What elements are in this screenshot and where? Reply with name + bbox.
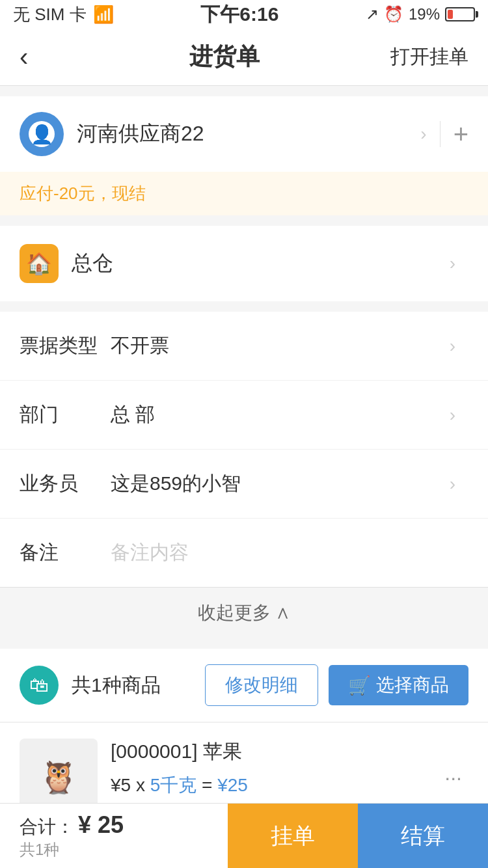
collapse-row[interactable]: 收起更多 ∧	[0, 587, 488, 638]
select-product-button[interactable]: 🛒 选择商品	[329, 665, 468, 705]
status-time: 下午6:16	[200, 1, 278, 28]
salesman-row[interactable]: 业务员 这是859的小智 ›	[0, 450, 488, 519]
hang-button[interactable]: 挂单	[228, 804, 358, 868]
quantity-highlight: 5千克	[150, 775, 197, 795]
products-header: 🛍 共1种商品 修改明细 🛒 选择商品	[0, 649, 488, 722]
warehouse-section: 🏠 总仓 ›	[0, 226, 488, 301]
status-left: 无 SIM 卡 📶	[13, 3, 114, 26]
product-image-placeholder: 🦉	[39, 759, 78, 796]
products-count: 共1种商品	[72, 672, 205, 699]
location-icon: ↗	[366, 5, 379, 23]
warehouse-icon: 🏠	[26, 251, 52, 276]
chevron-right-icon: ›	[450, 474, 455, 495]
product-title: 苹果	[203, 740, 242, 762]
equals-sign: =	[202, 775, 217, 795]
total-count: 共1种	[20, 839, 208, 860]
battery-percent: 19%	[409, 5, 440, 23]
supplier-section: 👤 河南供应商22 › + 应付-20元，现结	[0, 96, 488, 215]
chevron-right-icon: ›	[450, 336, 455, 357]
warehouse-label: 总仓	[72, 249, 450, 278]
ticket-type-row[interactable]: 票据类型 不开票 ›	[0, 312, 488, 381]
remark-label: 备注	[20, 539, 111, 566]
warehouse-row[interactable]: 🏠 总仓 ›	[0, 226, 488, 301]
collapse-label: 收起更多 ∧	[198, 603, 291, 623]
status-right: ↗ ⏰ 19%	[366, 5, 475, 23]
chevron-right-icon: ›	[450, 253, 455, 274]
remark-row[interactable]: 备注 备注内容	[0, 519, 488, 587]
nav-bar: ‹ 进货单 打开挂单	[0, 29, 488, 86]
bottom-bar: 合计： ¥ 25 共1种 挂单 结算	[0, 803, 488, 868]
product-more-button[interactable]: ···	[438, 759, 468, 796]
open-pending-button[interactable]: 打开挂单	[390, 44, 468, 70]
salesman-value: 这是859的小智	[111, 470, 450, 497]
product-info: [0000001] 苹果 ¥5 x 5千克 = ¥25	[111, 739, 438, 798]
notice-text: 应付-20元，现结	[20, 183, 146, 203]
ticket-type-value: 不开票	[111, 332, 450, 359]
chevron-right-icon: ›	[450, 405, 455, 426]
battery-icon	[445, 7, 475, 21]
notice-bar: 应付-20元，现结	[0, 172, 488, 215]
product-code: [0000001]	[111, 740, 203, 762]
salesman-label: 业务员	[20, 470, 111, 497]
supplier-name: 河南供应商22	[77, 120, 420, 148]
price-separator: x	[136, 775, 150, 795]
status-bar: 无 SIM 卡 📶 下午6:16 ↗ ⏰ 19%	[0, 0, 488, 29]
dept-row[interactable]: 部门 总 部 ›	[0, 381, 488, 450]
remark-input[interactable]: 备注内容	[111, 539, 468, 566]
checkout-button[interactable]: 结算	[358, 804, 488, 868]
modify-detail-button[interactable]: 修改明细	[205, 664, 318, 706]
dept-value: 总 部	[111, 401, 450, 428]
alarm-icon: ⏰	[384, 5, 403, 23]
add-icon[interactable]: +	[454, 120, 468, 149]
supplier-row[interactable]: 👤 河南供应商22 › +	[0, 96, 488, 172]
chevron-right-icon: ›	[420, 124, 426, 144]
total-amount: ¥ 25	[78, 811, 124, 839]
warehouse-icon-wrap: 🏠	[20, 244, 59, 283]
person-icon: 👤	[31, 124, 53, 145]
vertical-divider	[440, 121, 441, 147]
product-name: [0000001] 苹果	[111, 739, 438, 765]
carrier-text: 无 SIM 卡	[13, 3, 87, 26]
price-unit: ¥5	[111, 775, 131, 795]
select-btn-label: 选择商品	[376, 673, 449, 698]
avatar: 👤	[20, 112, 64, 156]
product-price: ¥5 x 5千克 = ¥25	[111, 773, 438, 798]
back-button[interactable]: ‹	[20, 42, 59, 72]
total-highlight: ¥25	[217, 775, 248, 795]
products-icon-wrap: 🛍	[20, 666, 59, 705]
cart-icon: 🛒	[348, 675, 371, 696]
bag-icon: 🛍	[29, 674, 49, 696]
form-section: 票据类型 不开票 › 部门 总 部 › 业务员 这是859的小智 › 备注 备注…	[0, 312, 488, 587]
wifi-icon: 📶	[93, 5, 114, 25]
total-label: 合计：	[20, 815, 74, 839]
page-title: 进货单	[189, 41, 260, 73]
total-section: 合计： ¥ 25 共1种	[0, 804, 228, 868]
ticket-type-label: 票据类型	[20, 332, 111, 359]
dept-label: 部门	[20, 401, 111, 428]
